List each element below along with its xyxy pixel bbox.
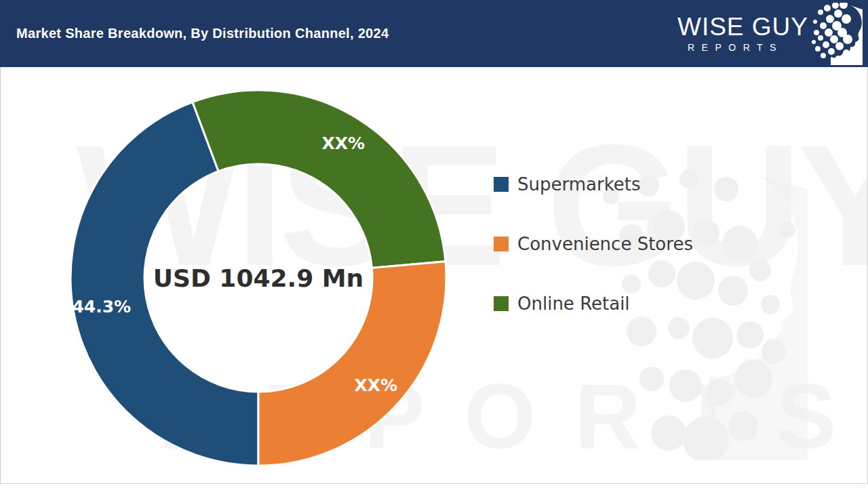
logo-text: WISE GUY REPORTS [677,14,808,53]
page-title: Market Share Breakdown, By Distribution … [16,26,389,41]
donut-center-label: USD 1042.9 Mn [153,264,363,292]
donut-slice-online-retail [193,90,446,268]
legend-label: Online Retail [517,293,630,314]
page: Market Share Breakdown, By Distribution … [0,0,868,488]
legend-label: Convenience Stores [517,234,693,254]
donut-chart: 44.3%XX%XX% [1,67,867,483]
legend-swatch [494,296,509,311]
legend-swatch [494,177,509,192]
legend-item: Supermarkets [494,176,693,193]
legend-item: Convenience Stores [494,235,693,253]
chart-area: WISE GUY REPORTS 44.3%XX%XX% USD 1042.9 … [0,67,868,484]
slice-label-online-retail: XX% [321,134,365,153]
legend-item: Online Retail [494,295,693,312]
logo-subtext: REPORTS [677,42,808,53]
slice-label-supermarkets: 44.3% [72,297,131,317]
wiseguy-logo: WISE GUY REPORTS [677,0,863,67]
slice-label-convenience-stores: XX% [355,375,398,395]
logo-wordmark: WISE GUY [677,14,808,39]
legend: SupermarketsConvenience StoresOnline Ret… [494,176,693,354]
donut-slice-convenience-stores [258,262,446,466]
legend-label: Supermarkets [517,174,641,195]
header-bar: Market Share Breakdown, By Distribution … [0,0,868,67]
logo-head-dots-icon [810,3,863,65]
legend-swatch [494,237,509,251]
